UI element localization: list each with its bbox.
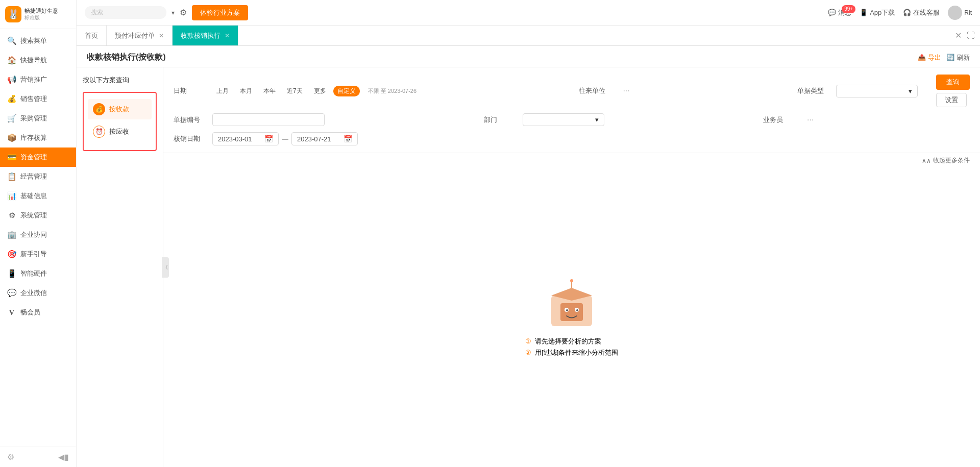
sidebar-item-guide[interactable]: 🎯 新手引导 (0, 244, 76, 264)
writeoff-start-date[interactable]: 2023-03-01 📅 (212, 132, 279, 145)
logo-icon: 🐰 (5, 6, 21, 22)
sidebar-item-finance[interactable]: 💳 资金管理 (0, 148, 76, 167)
refresh-icon: 🔄 (946, 54, 954, 61)
sidebar-item-system[interactable]: ⚙ 系统管理 (0, 206, 76, 225)
svg-rect-2 (560, 303, 583, 321)
by-receipt-icon: 💰 (93, 103, 105, 115)
doc-type-dropdown-icon: ▾ (909, 87, 912, 95)
filter-row-2: 单据编号 部门 ▾ 业务员 ··· (174, 113, 970, 126)
by-receivable-label: 按应收 (109, 127, 129, 136)
refresh-btn[interactable]: 🔄 刷新 (946, 53, 970, 62)
page-header: 收款核销执行(按收款) 📤 导出 🔄 刷新 (77, 46, 980, 67)
date-this-month[interactable]: 本月 (236, 86, 256, 96)
tab-home[interactable]: 首页 (77, 26, 107, 46)
topbar-gear-icon[interactable]: ⚙ (180, 8, 187, 17)
filter-actions: 查询 设置 (926, 75, 970, 107)
enterprise-icon: 🏢 (7, 230, 16, 239)
finance-icon: 💳 (7, 153, 16, 162)
date-quick-options: 上月 本月 本年 近7天 更多 自定义 (212, 86, 360, 96)
filter-panel-border: 💰 按收款 ⏰ 按应收 (83, 92, 157, 151)
tab-home-label: 首页 (85, 31, 98, 40)
date-last-month[interactable]: 上月 (212, 86, 233, 96)
window-controls: ✕ ⛶ (950, 31, 980, 40)
writeoff-end-date[interactable]: 2023-07-21 📅 (291, 132, 358, 145)
writeoff-date-label: 核销日期 (174, 134, 204, 143)
date-label: 日期 (174, 86, 204, 95)
department-label: 部门 (484, 115, 514, 125)
tab-prepay[interactable]: 预付冲应付单 ✕ (107, 26, 173, 46)
operations-icon: 📋 (7, 172, 16, 181)
calendar-start-icon[interactable]: 📅 (264, 135, 273, 143)
wechat-icon: 💬 (7, 288, 16, 298)
settings-icon[interactable]: ⚙ (7, 452, 14, 462)
by-receipt-label: 按收款 (109, 105, 129, 114)
filter-panel: 按以下方案查询 💰 按收款 ⏰ 按应收 《 (77, 67, 163, 467)
search-menu-icon: 🔍 (7, 36, 16, 45)
doc-type-select[interactable]: ▾ (836, 85, 918, 97)
collapse-more-bar[interactable]: ∧∧ 收起更多条件 (163, 153, 980, 168)
export-btn[interactable]: 📤 导出 (918, 53, 941, 62)
tab-prepay-close-icon[interactable]: ✕ (159, 32, 164, 39)
user-avatar[interactable]: Rit (948, 6, 972, 20)
department-select[interactable]: ▾ (523, 113, 604, 126)
sidebar-item-operations[interactable]: 📋 经营管理 (0, 167, 76, 186)
content-area: 按以下方案查询 💰 按收款 ⏰ 按应收 《 (77, 67, 980, 467)
system-icon: ⚙ (7, 211, 16, 220)
topbar: 搜索 ▾ ⚙ 体验行业方案 💬 消息 99+ 📱 App下载 🎧 在线客服 Ri… (77, 0, 980, 26)
maximize-window-icon[interactable]: ⛶ (967, 31, 975, 40)
topbar-left: 搜索 ▾ ⚙ 体验行业方案 (85, 5, 248, 20)
sidebar-footer: ⚙ ◀▮ (0, 447, 76, 467)
department-dropdown-icon: ▾ (595, 116, 599, 124)
collapse-panel-icon: 《 (163, 264, 168, 271)
message-badge: 99+ (842, 5, 855, 13)
calendar-end-icon[interactable]: 📅 (344, 135, 352, 143)
tab-receipt-writeoff[interactable]: 收款核销执行 ✕ (173, 26, 238, 46)
basic-info-icon: 📊 (7, 191, 16, 201)
counterparty-dots[interactable]: ··· (618, 86, 634, 95)
date-last-7-days[interactable]: 近7天 (283, 86, 307, 96)
topbar-search[interactable]: 搜索 (85, 6, 166, 19)
svg-point-6 (576, 309, 578, 311)
topbar-dropdown-icon[interactable]: ▾ (172, 9, 175, 16)
sidebar-item-sales[interactable]: 💰 销售管理 (0, 89, 76, 109)
salesperson-dots[interactable]: ··· (802, 115, 819, 125)
app-icon: 📱 (860, 9, 868, 16)
sidebar-item-hardware[interactable]: 📱 智能硬件 (0, 264, 76, 283)
filter-option-by-receipt[interactable]: 💰 按收款 (88, 99, 152, 119)
tab-prepay-label: 预付冲应付单 (115, 31, 155, 40)
empty-state: ① 请先选择要分析的方案 ② 用[过滤]条件来缩小分析范围 (163, 168, 980, 467)
quick-nav-icon: 🏠 (7, 56, 16, 65)
hardware-icon: 📱 (7, 269, 16, 278)
close-window-icon[interactable]: ✕ (955, 31, 962, 40)
date-this-year[interactable]: 本年 (259, 86, 280, 96)
page-actions: 📤 导出 🔄 刷新 (918, 53, 970, 62)
sidebar-item-search-menu[interactable]: 🔍 搜索菜单 (0, 31, 76, 51)
doc-type-label: 单据类型 (797, 86, 828, 95)
date-custom-btn[interactable]: 自定义 (333, 86, 360, 96)
panel-collapse-btn[interactable]: 《 (162, 257, 169, 278)
online-service-btn[interactable]: 🎧 在线客服 (903, 8, 940, 17)
doc-number-input[interactable] (212, 113, 325, 126)
sidebar: 🐰 畅捷通好生意 标准版 🔍 搜索菜单 🏠 快捷导航 📢 营销推广 💰 销售管理… (0, 0, 77, 467)
filter-option-by-receivable[interactable]: ⏰ 按应收 (88, 121, 152, 142)
sidebar-item-basic-info[interactable]: 📊 基础信息 (0, 186, 76, 206)
tabbar: 首页 预付冲应付单 ✕ 收款核销执行 ✕ ✕ ⛶ (77, 26, 980, 46)
sidebar-item-member[interactable]: V 畅会员 (0, 303, 76, 322)
sidebar-item-marketing[interactable]: 📢 营销推广 (0, 70, 76, 89)
topbar-right: 💬 消息 99+ 📱 App下载 🎧 在线客服 Rit (828, 6, 972, 20)
message-btn[interactable]: 💬 消息 99+ (828, 8, 851, 17)
collapse-sidebar-icon[interactable]: ◀▮ (58, 452, 69, 462)
sidebar-item-quick-nav[interactable]: 🏠 快捷导航 (0, 51, 76, 70)
sidebar-item-wechat[interactable]: 💬 企业微信 (0, 283, 76, 303)
tab-receipt-writeoff-close-icon[interactable]: ✕ (225, 32, 230, 39)
tab-receipt-writeoff-label: 收款核销执行 (181, 31, 220, 40)
sidebar-item-inventory[interactable]: 📦 库存核算 (0, 128, 76, 148)
date-more[interactable]: 更多 (310, 86, 330, 96)
settings-btn[interactable]: 设置 (936, 93, 967, 107)
filter-rows: 日期 上月 本月 本年 近7天 更多 自定义 不限 至 2023-07-26 (163, 67, 980, 153)
industry-btn[interactable]: 体验行业方案 (192, 5, 248, 20)
sidebar-item-enterprise[interactable]: 🏢 企业协同 (0, 225, 76, 244)
app-download-btn[interactable]: 📱 App下载 (860, 8, 895, 17)
query-btn[interactable]: 查询 (936, 75, 970, 90)
sidebar-item-purchase[interactable]: 🛒 采购管理 (0, 109, 76, 128)
